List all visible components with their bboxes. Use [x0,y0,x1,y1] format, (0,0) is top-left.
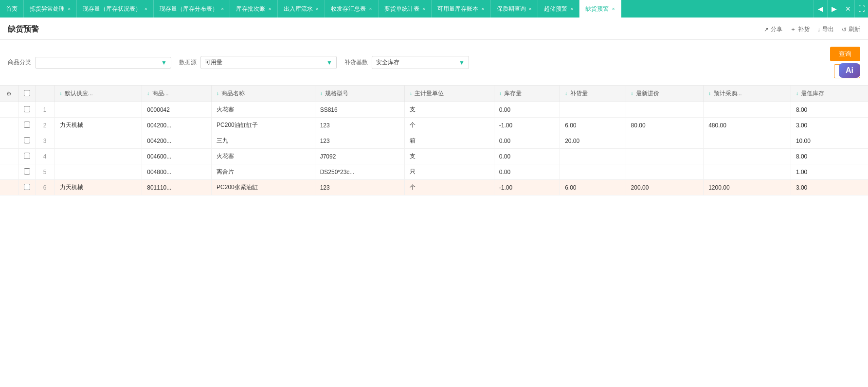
row-checkbox[interactable] [24,106,30,112]
col-unit-header: ↕ 主计量单位 [405,86,494,102]
row-index-cell: 3 [35,133,54,149]
tab-available-ledger[interactable]: 可用量库存账本 × [432,0,490,18]
table-row: 5 004800... 离合片 DS250*23c... 只 0.00 1.00 [0,164,868,180]
tab-close-icon[interactable]: × [221,6,224,12]
row-min-stock-cell: 3.00 [791,118,868,133]
tab-close-icon[interactable]: × [612,6,615,12]
row-product-name-cell: 火花塞 [212,149,315,164]
export-button[interactable]: ↓ 导出 [817,25,834,34]
row-min-stock-cell: 3.00 [791,180,868,195]
tab-inventory-status[interactable]: 现存量（库存状况表） × [77,0,153,18]
row-supplier-cell: 力天机械 [54,118,142,133]
tab-close-all-button[interactable]: ✕ [841,0,854,18]
row-checkbox[interactable] [24,137,30,143]
row-unit-cell: 个 [405,180,494,195]
row-product-name-cell: 离合片 [212,164,315,180]
row-stock-cell: 0.00 [494,164,560,180]
row-replenish-qty-cell [560,164,626,180]
row-checkbox[interactable] [24,122,30,128]
row-unit-cell: 支 [405,149,494,164]
row-stock-cell: -1.00 [494,180,560,195]
sort-icon: ↕ [320,91,323,96]
row-latest-price-cell [626,149,704,164]
replenish-select[interactable]: 安全库存 ▼ [372,56,469,69]
row-latest-price-cell: 80.00 [626,118,704,133]
row-checkbox-cell [18,164,35,180]
tab-close-icon[interactable]: × [144,6,147,12]
tab-shortage-warning[interactable]: 缺货预警 × [579,0,621,18]
tab-receipt-summary[interactable]: 收发存汇总表 × [325,0,378,18]
row-supplier-cell [54,102,142,118]
tab-close-icon[interactable]: × [68,6,71,12]
row-checkbox[interactable] [24,184,30,190]
sort-icon: ↕ [796,91,798,96]
tab-prev-button[interactable]: ◀ [814,0,827,18]
tab-close-icon[interactable]: × [268,6,271,12]
query-button[interactable]: 查询 [830,47,860,61]
table-row: 4 004600... 火花塞 J7092 支 0.00 8.00 [0,149,868,164]
datasource-select[interactable]: 可用量 ▼ [200,56,337,69]
row-settings-cell [0,149,18,164]
table-row: 2 力天机械 004200... PC200油缸缸子 123 个 -1.00 6… [0,118,868,133]
sort-icon: ↕ [217,91,219,96]
datasource-value: 可用量 [205,58,222,67]
sort-icon: ↕ [708,91,711,96]
row-spec-cell: 123 [315,133,404,149]
row-latest-price-cell [626,133,704,149]
share-button[interactable]: ↗ 分享 [764,25,782,34]
tab-navigation: ◀ ▶ ✕ ⛶ [814,0,868,18]
tab-inventory-distribution[interactable]: 现存量（库存分布表） × [154,0,230,18]
tab-fullscreen-button[interactable]: ⛶ [854,0,868,18]
col-product-name-header: ↕ 商品名称 [212,86,315,102]
row-checkbox[interactable] [24,168,30,175]
table-row: 3 004200... 三九 123 箱 0.00 20.00 10.00 [0,133,868,149]
row-product-code-cell: 0000042 [142,102,212,118]
ai-badge[interactable]: Ai [839,63,860,78]
tab-close-icon[interactable]: × [422,6,425,12]
row-settings-cell [0,118,18,133]
gear-icon[interactable]: ⚙ [6,90,12,97]
row-index-cell: 4 [35,149,54,164]
tab-close-icon[interactable]: × [529,6,532,12]
row-checkbox[interactable] [24,153,30,159]
tab-requisition-stats[interactable]: 要货单统计表 × [379,0,432,18]
sort-icon: ↕ [60,91,62,96]
row-stock-cell: 0.00 [494,102,560,118]
category-select[interactable]: ▼ [35,57,171,69]
datasource-chevron-icon: ▼ [326,59,332,66]
datasource-label: 数据源 [179,58,197,67]
row-checkbox-cell [18,180,35,195]
row-replenish-qty-cell [560,102,626,118]
row-spec-cell: SS816 [315,102,404,118]
table-container: ⚙ ↕ 默认供应... ↕ 商品... ↕ [0,85,868,195]
row-settings-cell [0,164,18,180]
row-checkbox-cell [18,133,35,149]
row-latest-price-cell: 200.00 [626,180,704,195]
tab-inout-flow[interactable]: 出入库流水 × [278,0,325,18]
row-estimated-purchase-cell: 1200.00 [704,180,791,195]
row-checkbox-cell [18,149,35,164]
row-replenish-qty-cell [560,149,626,164]
tab-close-icon[interactable]: × [570,6,573,12]
row-product-name-cell: 三九 [212,133,315,149]
tab-next-button[interactable]: ▶ [827,0,841,18]
row-unit-cell: 支 [405,102,494,118]
row-product-name-cell: 火花塞 [212,102,315,118]
table-row: 1 0000042 火花塞 SS816 支 0.00 8.00 [0,102,868,118]
tab-batch-account[interactable]: 库存批次账 × [230,0,277,18]
row-product-code-cell: 004200... [142,118,212,133]
tab-overstock-warning[interactable]: 超储预警 × [538,0,579,18]
row-checkbox-cell [18,102,35,118]
tab-close-icon[interactable]: × [316,6,319,12]
tab-picking-exception[interactable]: 拣货异常处理 × [24,0,77,18]
col-estimated-purchase-header: ↕ 预计采购... [704,86,791,102]
row-min-stock-cell: 10.00 [791,133,868,149]
tab-home[interactable]: 首页 [0,0,24,18]
tab-close-icon[interactable]: × [369,6,372,12]
row-unit-cell: 只 [405,164,494,180]
tab-close-icon[interactable]: × [481,6,484,12]
replenish-button[interactable]: ＋ 补货 [790,25,810,34]
select-all-checkbox[interactable] [24,90,30,96]
refresh-button[interactable]: ↺ 刷新 [842,25,860,34]
tab-expiry-query[interactable]: 保质期查询 × [491,0,538,18]
